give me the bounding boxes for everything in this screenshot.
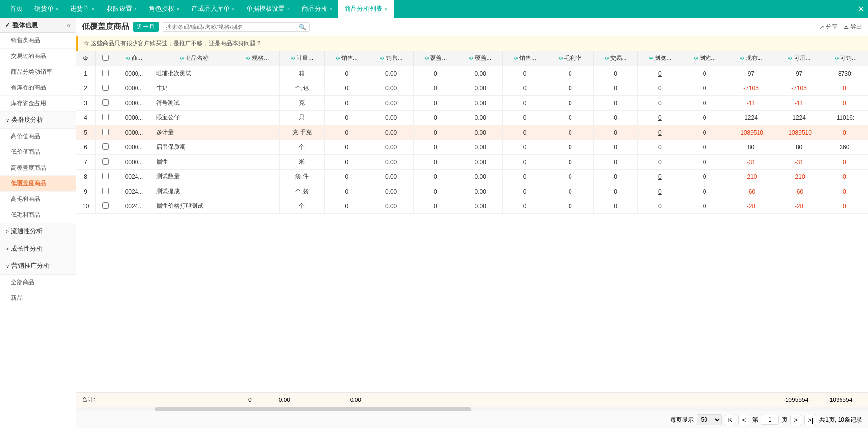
- sidebar-section-流通性分析[interactable]: >流通性分析: [0, 223, 76, 240]
- browse-link[interactable]: 0: [658, 70, 662, 77]
- col-header-available[interactable]: ≎可用...: [775, 51, 823, 66]
- row-checkbox[interactable]: [102, 129, 108, 135]
- window-close-btn[interactable]: ✕: [858, 4, 864, 14]
- col-header-current_stock[interactable]: ≎现有...: [727, 51, 775, 66]
- sidebar-item-新品[interactable]: 新品: [0, 290, 76, 306]
- sidebar-item-库存资金占用[interactable]: 库存资金占用: [0, 96, 76, 112]
- row-cell[interactable]: [96, 155, 115, 170]
- col-header-browse1[interactable]: ≎浏览...: [638, 51, 682, 66]
- row-browse1[interactable]: 0: [638, 96, 682, 111]
- col-header-gross_rate[interactable]: ≎毛利率: [547, 51, 593, 66]
- per-page-select[interactable]: 2050100: [697, 414, 722, 425]
- browse-link[interactable]: 0: [658, 114, 662, 121]
- select-all-checkbox[interactable]: [102, 55, 108, 61]
- sidebar-item-低覆盖度商品[interactable]: 低覆盖度商品: [0, 176, 76, 192]
- browse-link[interactable]: 0: [658, 85, 662, 92]
- export-btn[interactable]: ⏏ 导出: [843, 23, 862, 31]
- row-checkbox[interactable]: [102, 85, 108, 91]
- sidebar-section-类群度分析[interactable]: ∨类群度分析: [0, 112, 76, 129]
- table-wrapper[interactable]: ⚙≎商...≎商品名称≎规格...≎计量...≎销售...≎销售...≎覆盖..…: [76, 51, 868, 392]
- last-page-btn[interactable]: >|: [804, 415, 816, 425]
- row-browse1[interactable]: 0: [638, 199, 682, 214]
- tab-close-icon[interactable]: ×: [55, 6, 58, 12]
- row-browse1[interactable]: 0: [638, 125, 682, 140]
- tab-close-icon[interactable]: ×: [384, 6, 387, 12]
- row-cell[interactable]: [96, 81, 115, 96]
- row-cell[interactable]: [96, 140, 115, 155]
- sidebar-item-交易过的商品[interactable]: 交易过的商品: [0, 49, 76, 64]
- browse-link[interactable]: 0: [658, 173, 662, 180]
- row-checkbox[interactable]: [102, 70, 108, 76]
- col-header-browse2[interactable]: ≎浏览...: [682, 51, 727, 66]
- col-header-trade[interactable]: ≎交易...: [593, 51, 638, 66]
- nav-tab-销货单[interactable]: 销货单×: [28, 0, 64, 18]
- row-browse1[interactable]: 0: [638, 155, 682, 170]
- sidebar-section-营销推广分析[interactable]: ∨营销推广分析: [0, 257, 76, 275]
- col-header-code[interactable]: ≎商...: [115, 51, 153, 66]
- sidebar-collapse-btn[interactable]: «: [67, 21, 71, 29]
- share-btn[interactable]: ↗ 分享: [819, 23, 838, 31]
- row-cell[interactable]: [96, 111, 115, 125]
- row-cell[interactable]: [96, 170, 115, 184]
- nav-tab-产成品入库单[interactable]: 产成品入库单×: [186, 0, 241, 18]
- tab-close-icon[interactable]: ×: [232, 6, 235, 12]
- browse-link[interactable]: 0: [658, 100, 662, 107]
- row-checkbox[interactable]: [102, 99, 108, 106]
- row-checkbox[interactable]: [102, 114, 108, 120]
- col-header-spec[interactable]: ≎规格...: [235, 51, 280, 66]
- search-input[interactable]: [166, 24, 299, 30]
- nav-tab-单据模板设置[interactable]: 单据模板设置×: [241, 0, 296, 18]
- sidebar-item-有库存的商品[interactable]: 有库存的商品: [0, 80, 76, 96]
- nav-tab-角色授权[interactable]: 角色授权×: [143, 0, 185, 18]
- tab-close-icon[interactable]: ×: [134, 6, 137, 12]
- row-cell[interactable]: [96, 125, 115, 140]
- tab-close-icon[interactable]: ×: [91, 6, 94, 12]
- settings-icon[interactable]: ⚙: [83, 55, 88, 62]
- page-input[interactable]: [761, 415, 779, 425]
- sidebar-item-高价值商品[interactable]: 高价值商品: [0, 129, 76, 144]
- next-page-btn[interactable]: >: [790, 415, 801, 425]
- nav-tab-商品分析列表[interactable]: 商品分析列表×: [338, 0, 393, 18]
- col-header-cover2[interactable]: ≎覆盖...: [458, 51, 503, 66]
- sidebar-section-成长性分析[interactable]: >成长性分析: [0, 240, 76, 257]
- sidebar-item-全部商品[interactable]: 全部商品: [0, 275, 76, 290]
- first-page-btn[interactable]: K: [725, 415, 736, 425]
- row-cell[interactable]: [96, 96, 115, 111]
- browse-link[interactable]: 0: [658, 203, 662, 210]
- prev-page-btn[interactable]: <: [738, 415, 749, 425]
- row-browse1[interactable]: 0: [638, 81, 682, 96]
- row-cell[interactable]: [96, 184, 115, 199]
- row-checkbox[interactable]: [102, 143, 108, 150]
- sidebar-item-高毛利商品[interactable]: 高毛利商品: [0, 192, 76, 207]
- tab-close-icon[interactable]: ×: [329, 6, 332, 12]
- browse-link[interactable]: 0: [658, 188, 662, 195]
- col-header-sales_amt[interactable]: ≎销售...: [369, 51, 413, 66]
- row-browse1[interactable]: 0: [638, 184, 682, 199]
- tab-close-icon[interactable]: ×: [287, 6, 290, 12]
- search-icon[interactable]: 🔍: [299, 24, 306, 30]
- row-checkbox[interactable]: [102, 188, 108, 194]
- col-header-settings[interactable]: ⚙: [76, 51, 96, 66]
- col-header-name[interactable]: ≎商品名称: [153, 51, 235, 66]
- nav-tab-首页[interactable]: 首页: [4, 0, 28, 18]
- tab-close-icon[interactable]: ×: [176, 6, 179, 12]
- col-header-cover1[interactable]: ≎覆盖...: [413, 51, 458, 66]
- nav-tab-权限设置[interactable]: 权限设置×: [101, 0, 143, 18]
- sidebar-item-商品分类动销率[interactable]: 商品分类动销率: [0, 64, 76, 80]
- browse-link[interactable]: 0: [658, 159, 662, 166]
- row-checkbox[interactable]: [102, 158, 108, 165]
- col-header-unit[interactable]: ≎计量...: [280, 51, 325, 66]
- row-checkbox[interactable]: [102, 202, 108, 209]
- col-header-sales_qty[interactable]: ≎销售...: [324, 51, 369, 66]
- row-browse1[interactable]: 0: [638, 111, 682, 125]
- time-filter-btn[interactable]: 近一月: [133, 22, 159, 32]
- sidebar-item-低毛利商品[interactable]: 低毛利商品: [0, 207, 76, 223]
- row-cell[interactable]: [96, 66, 115, 81]
- sidebar-item-低价值商品[interactable]: 低价值商品: [0, 144, 76, 160]
- nav-tab-进货单[interactable]: 进货单×: [64, 0, 100, 18]
- sidebar-item-销售类商品[interactable]: 销售类商品: [0, 33, 76, 49]
- row-browse1[interactable]: 0: [638, 170, 682, 184]
- col-header-sellable[interactable]: ≎可销...: [823, 51, 868, 66]
- row-cell[interactable]: [96, 199, 115, 214]
- row-browse1[interactable]: 0: [638, 66, 682, 81]
